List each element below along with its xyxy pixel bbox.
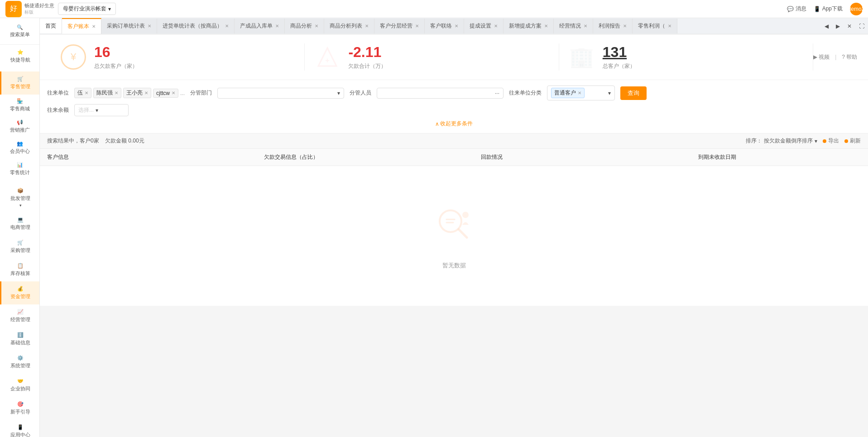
sidebar-item-wholesale-mgmt[interactable]: 📦 批发管理 ▾ (0, 183, 39, 212)
filter-tag-close-3[interactable]: ✕ (144, 90, 148, 95)
tab-close-incoming-stats[interactable]: ✕ (225, 24, 229, 28)
filter-tag-close-1[interactable]: ✕ (85, 90, 88, 95)
tab-close-customer-accounts[interactable]: ✕ (92, 24, 96, 29)
industry-selector[interactable]: 母婴行业演示帐套 ▾ (58, 3, 116, 15)
refresh-button[interactable]: 刷新 (844, 137, 861, 145)
search-result-bar: 搜索结果中，客户0家 欠款金额 0.00元 排序： 按欠款金额倒序排序 ▾ 导出 (40, 133, 868, 149)
tab-close-product-analysis-list[interactable]: ✕ (365, 24, 369, 28)
avatar[interactable]: demo2 (850, 3, 863, 15)
search-menu-button[interactable]: 🔍 搜索菜单 (4, 22, 36, 41)
sidebar-item-retail-mgmt[interactable]: 🛒 零售管理 (0, 71, 39, 95)
sort-selector[interactable]: 排序： 按欠款金额倒序排序 ▾ (746, 137, 817, 145)
remainder-placeholder: 选择... (78, 106, 94, 114)
tab-close-product-stock[interactable]: ✕ (275, 24, 279, 28)
star-icon: ⭐ (17, 49, 24, 55)
empty-state-text: 暂无数据 (442, 261, 466, 270)
sidebar-item-ecommerce[interactable]: 💻 电商管理 (0, 212, 39, 235)
filter-tag-close-4[interactable]: ✕ (172, 90, 175, 95)
table-header: 客户信息 欠款交易信息（占比） 回款情况 到期未收款日期 (40, 149, 868, 166)
sidebar-item-operations-mgmt[interactable]: 📈 经营管理 (0, 304, 39, 328)
tab-customer-segment[interactable]: 客户分层经营 ✕ (374, 19, 425, 33)
tab-product-analysis[interactable]: 商品分析 ✕ (285, 19, 324, 33)
tab-close-customer-segment[interactable]: ✕ (415, 24, 419, 28)
dept-filter-select[interactable]: ▾ (217, 88, 344, 99)
filter-collapse-button[interactable]: ∧ 收起更多条件 (435, 120, 473, 128)
sidebar: 🔍 搜索菜单 ⭐ 快捷导航 🛒 零售管理 🏪 零售商城 📢 营销推广 👥 会员中… (0, 18, 40, 437)
unit-type-tag-close[interactable]: ✕ (578, 90, 581, 95)
tab-prev-button[interactable]: ◀ (821, 19, 832, 33)
remainder-select[interactable]: 选择... ▾ (74, 104, 129, 116)
filter-more-button[interactable]: ... (180, 90, 185, 96)
message-button[interactable]: 💬 消息 (787, 5, 806, 13)
sidebar-item-app-center[interactable]: 📱 应用中心 (0, 420, 39, 437)
right-panel: 首页 客户账本 ✕ 采购订单统计表 ✕ 进货单统计表（按商品） ✕ 产成品入库单… (40, 18, 868, 437)
filter-tag-3: 王小亮 ✕ (123, 88, 151, 98)
search-result-right: 排序： 按欠款金额倒序排序 ▾ 导出 刷新 (746, 137, 861, 145)
debt-stat-icon: + (314, 43, 341, 71)
tab-customer-contact[interactable]: 客户联络 ✕ (425, 19, 464, 33)
help-button[interactable]: ? 帮助 (842, 53, 857, 61)
search-result-text: 搜索结果中，客户0家 欠款金额 0.00元 (47, 137, 144, 145)
unit-filter-label: 往来单位 (47, 89, 69, 97)
orange-dot-icon (823, 139, 826, 143)
tab-close-new-tips-plan[interactable]: ✕ (544, 24, 548, 28)
tab-close-purchase-orders[interactable]: ✕ (148, 24, 151, 28)
tab-profit-report[interactable]: 利润报告 ✕ (593, 19, 633, 33)
arrow-down-icon: ▾ (19, 203, 22, 208)
app-download-button[interactable]: 📱 App下载 (814, 5, 843, 13)
video-button[interactable]: ▶ 视频 (813, 53, 830, 61)
tab-close-retail-profit[interactable]: ✕ (668, 24, 671, 28)
sidebar-item-retail-shop[interactable]: 🏪 零售商城 (0, 95, 39, 116)
circle-icon: ¥ (61, 44, 86, 70)
sidebar-item-inventory[interactable]: 📋 库存核算 (0, 258, 39, 281)
info-icon: ℹ️ (17, 332, 24, 338)
tab-close-all-button[interactable]: ✕ (844, 19, 855, 33)
sidebar-item-purchase-mgmt[interactable]: 🛒 采购管理 (0, 235, 39, 258)
tab-product-analysis-list[interactable]: 商品分析列表 ✕ (324, 19, 374, 33)
tab-home[interactable]: 首页 (40, 19, 62, 33)
ellipsis-icon: ··· (495, 90, 499, 96)
tab-close-profit-report[interactable]: ✕ (623, 24, 627, 28)
sidebar-item-system-mgmt[interactable]: ⚙️ 系统管理 (0, 351, 39, 374)
sidebar-item-basic-info[interactable]: ℹ️ 基础信息 (0, 328, 39, 351)
tab-business-status[interactable]: 经营情况 ✕ (554, 19, 593, 33)
app-icon: 📱 (17, 424, 24, 430)
tab-tips-settings[interactable]: 提成设置 ✕ (464, 19, 504, 33)
stat-card-customers: ¥ 16 总欠款客户（家） (51, 43, 305, 71)
tab-product-stock[interactable]: 产成品入库单 ✕ (235, 19, 285, 33)
stat-video-help: ▶ 视频 | ? 帮助 (813, 43, 857, 71)
unit-type-select[interactable]: 普通客户 ✕ ▾ (547, 86, 615, 100)
tab-next-button[interactable]: ▶ (832, 19, 844, 33)
sidebar-item-retail-stats[interactable]: 📊 零售统计 (0, 158, 39, 180)
table-col-debt-info: 欠款交易信息（占比） (264, 153, 481, 161)
filter-tag-close-2[interactable]: ✕ (115, 90, 118, 95)
logo-area: 好 畅捷通好生意 标版 (5, 1, 54, 17)
customers-number: 16 (94, 44, 138, 61)
tab-close-business-status[interactable]: ✕ (584, 24, 587, 28)
tab-expand-button[interactable]: ⛶ (855, 19, 868, 33)
sidebar-item-new-user-guide[interactable]: 🎯 新手引导 (0, 397, 39, 420)
tab-purchase-orders[interactable]: 采购订单统计表 ✕ (101, 19, 157, 33)
sidebar-item-capital-mgmt[interactable]: 💰 资金管理 (0, 281, 39, 304)
retail-icon: 🛒 (17, 76, 24, 82)
tab-close-tips-settings[interactable]: ✕ (494, 24, 498, 28)
sidebar-item-marketing[interactable]: 📢 营销推广 (0, 116, 39, 137)
query-button[interactable]: 查询 (620, 86, 647, 100)
tab-close-customer-contact[interactable]: ✕ (455, 24, 458, 28)
sidebar-item-enterprise-collab[interactable]: 🤝 企业协同 (0, 374, 39, 397)
export-button[interactable]: 导出 (823, 137, 839, 145)
table-col-customer-info: 客户信息 (47, 153, 264, 161)
filter-tags: 伍 ✕ 陈民强 ✕ 王小亮 ✕ cjttcw ✕ (74, 88, 185, 98)
tab-customer-accounts[interactable]: 客户账本 ✕ (62, 18, 101, 34)
person-filter-select[interactable]: ··· (377, 88, 504, 99)
svg-line-3 (459, 229, 467, 238)
message-icon: 💬 (787, 6, 794, 12)
tab-retail-profit[interactable]: 零售利润（ ✕ (633, 19, 677, 33)
sidebar-item-quick-nav[interactable]: ⭐ 快捷导航 (0, 45, 39, 68)
tab-close-product-analysis[interactable]: ✕ (315, 24, 318, 28)
unit-type-label: 往来单位分类 (509, 89, 542, 97)
table-col-repayment: 回款情况 (481, 153, 698, 161)
tab-incoming-stats[interactable]: 进货单统计表（按商品） ✕ (157, 19, 235, 33)
tab-new-tips-plan[interactable]: 新增提成方案 ✕ (504, 19, 554, 33)
sidebar-item-member-center[interactable]: 👥 会员中心 (0, 137, 39, 158)
